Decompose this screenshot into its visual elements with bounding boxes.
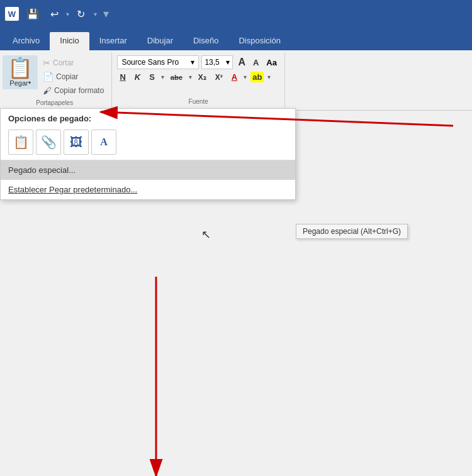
paste-label: Pegar: [9, 79, 28, 87]
paste-button[interactable]: 📋 Pegar ▾: [3, 55, 38, 89]
format-dropdown-icon: ▾: [161, 74, 164, 80]
ribbon-tabs: Archivo Inicio Insertar Dibujar Diseño D…: [0, 28, 472, 50]
bold-button[interactable]: N: [117, 72, 128, 82]
paste-dropdown-menu: Opciones de pegado: 📋 📎 🖼 A Pegado espec…: [0, 108, 296, 200]
decrease-font-button[interactable]: A: [250, 57, 261, 68]
subscript-button[interactable]: X₂: [196, 72, 209, 82]
change-case-button[interactable]: Aa: [264, 57, 279, 68]
scissors-icon: ✂: [43, 58, 50, 68]
copiar-formato-button[interactable]: 🖌 Copiar formato: [40, 84, 106, 97]
strikethrough-button[interactable]: S: [147, 72, 157, 82]
ribbon-body: 📋 Pegar ▾ ✂ Cortar 📄 Copiar 🖌 Copiar fo: [0, 50, 472, 111]
paste-clipboard-icon: 📋: [13, 135, 29, 150]
font-size-value: 13,5: [205, 58, 219, 67]
font-name-value: Source Sans Pro: [121, 58, 179, 67]
font-color-dropdown-icon: ▾: [244, 74, 247, 80]
dropdown-header: Opciones de pegado:: [1, 109, 295, 127]
paste-option-1[interactable]: 📋: [8, 130, 33, 155]
font-color-button[interactable]: A: [229, 72, 240, 82]
clipboard-content: 📋 Pegar ▾ ✂ Cortar 📄 Copiar 🖌 Copiar fo: [3, 53, 106, 97]
tab-insertar[interactable]: Insertar: [89, 32, 137, 50]
increase-font-button[interactable]: A: [235, 56, 248, 69]
undo-dropdown: ▾: [66, 11, 69, 18]
undo-button[interactable]: ↩: [47, 7, 62, 21]
paste-options-row: 📋 📎 🖼 A: [1, 127, 295, 160]
font-group: Source Sans Pro ▾ 13,5 ▾ A A Aa N K S ▾ …: [112, 53, 285, 108]
font-name-dropdown-icon: ▾: [191, 58, 194, 67]
tab-archivo[interactable]: Archivo: [3, 32, 50, 50]
paste-option-2[interactable]: 📎: [36, 130, 61, 155]
paste-link-icon: 📎: [41, 135, 57, 150]
paste-option-3[interactable]: 🖼: [64, 130, 89, 155]
quick-dropdown: ▾: [103, 7, 109, 21]
copiar-label: Copiar: [56, 72, 78, 81]
highlight-button[interactable]: ab: [250, 72, 264, 82]
clipboard-group-label: Portapapeles: [36, 97, 73, 108]
word-icon: W: [5, 7, 19, 21]
italic-button[interactable]: K: [132, 72, 143, 82]
paste-option-4[interactable]: A: [91, 130, 116, 155]
set-default-label: Establecer Pegar predeterminado...: [8, 185, 137, 194]
paste-image-icon: 🖼: [70, 135, 82, 150]
font-size-dropdown-icon: ▾: [226, 58, 230, 67]
highlight-dropdown-icon: ▾: [267, 74, 271, 80]
redo-button[interactable]: ↻: [73, 7, 89, 21]
tab-diseño[interactable]: Diseño: [183, 32, 228, 50]
tab-disposicion[interactable]: Disposición: [228, 32, 290, 50]
font-name-selector[interactable]: Source Sans Pro ▾: [117, 55, 199, 69]
superscript-button[interactable]: X²: [213, 72, 225, 82]
paste-text-icon: A: [100, 136, 108, 148]
copiar-button[interactable]: 📄 Copiar: [40, 70, 106, 83]
font-group-label: Fuente: [117, 96, 279, 105]
copy-icon: 📄: [43, 72, 53, 82]
format-painter-icon: 🖌: [43, 86, 52, 96]
font-row-2: N K S ▾ abc ▾ X₂ X² A ▾ ab ▾: [117, 72, 279, 82]
tab-dibujar[interactable]: Dibujar: [137, 32, 183, 50]
underline-button[interactable]: abc: [168, 73, 185, 82]
font-row-1: Source Sans Pro ▾ 13,5 ▾ A A Aa: [117, 55, 279, 69]
paste-especial-label: Pegado especial...: [8, 165, 76, 175]
paste-especial-item[interactable]: Pegado especial...: [1, 160, 295, 180]
title-bar: W 💾 ↩ ▾ ↻ ▾ ▾: [0, 0, 472, 28]
paste-icon: 📋: [8, 58, 33, 78]
tooltip-text: Pegado especial (Alt+Ctrl+G): [303, 227, 401, 236]
save-button[interactable]: 💾: [23, 7, 43, 21]
paste-dropdown-icon[interactable]: ▾: [28, 80, 31, 86]
copiar-formato-label: Copiar formato: [54, 86, 104, 95]
redo-dropdown: ▾: [94, 11, 97, 18]
set-default-paste-item[interactable]: Establecer Pegar predeterminado...: [1, 180, 295, 199]
tab-inicio[interactable]: Inicio: [50, 32, 89, 50]
clipboard-group: 📋 Pegar ▾ ✂ Cortar 📄 Copiar 🖌 Copiar fo: [0, 53, 112, 108]
underline-dropdown-icon: ▾: [189, 74, 192, 80]
small-clipboard-buttons: ✂ Cortar 📄 Copiar 🖌 Copiar formato: [40, 55, 106, 97]
cortar-label: Cortar: [53, 58, 74, 67]
paste-special-tooltip: Pegado especial (Alt+Ctrl+G): [296, 224, 408, 239]
cortar-button[interactable]: ✂ Cortar: [40, 57, 106, 69]
font-size-selector[interactable]: 13,5 ▾: [201, 55, 233, 69]
